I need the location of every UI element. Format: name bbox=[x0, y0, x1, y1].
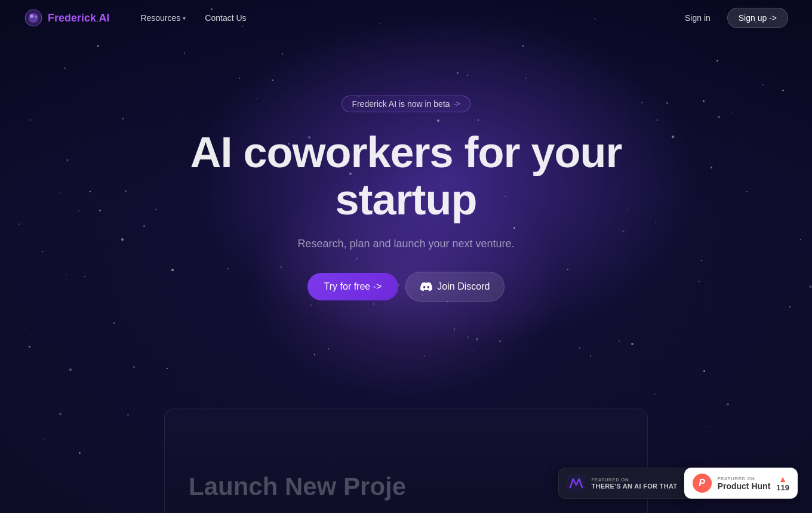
ph-featured-label: FEATURED ON bbox=[718, 476, 771, 481]
logo-icon bbox=[24, 8, 43, 27]
aiforthat-label: FEATURED ON bbox=[591, 477, 677, 483]
navbar: Frederick AI Resources ▾ Contact Us Sign… bbox=[0, 0, 812, 36]
aiforthat-badge[interactable]: FEATURED ON THERE'S AN AI FOR THAT › bbox=[558, 468, 695, 499]
navbar-left: Frederick AI Resources ▾ Contact Us bbox=[24, 8, 254, 27]
nav-resources[interactable]: Resources ▾ bbox=[133, 10, 193, 26]
navbar-right: Sign in Sign up -> bbox=[675, 8, 788, 28]
join-discord-button[interactable]: Join Discord bbox=[405, 272, 505, 302]
aiforthat-main: THERE'S AN AI FOR THAT bbox=[591, 483, 677, 490]
beta-badge-arrow: -> bbox=[454, 100, 460, 108]
beta-badge-text: Frederick AI is now in beta bbox=[352, 99, 450, 109]
chevron-down-icon: ▾ bbox=[183, 15, 186, 21]
aiforthat-text-area: FEATURED ON THERE'S AN AI FOR THAT bbox=[591, 477, 677, 490]
aiforthat-icon bbox=[567, 474, 585, 492]
svg-rect-3 bbox=[567, 474, 585, 492]
nav-links: Resources ▾ Contact Us bbox=[133, 10, 253, 26]
ph-main-label: Product Hunt bbox=[718, 481, 771, 491]
ph-icon: P bbox=[693, 474, 712, 493]
ph-upvote-arrow: ▲ bbox=[779, 475, 787, 483]
nav-contact[interactable]: Contact Us bbox=[198, 10, 253, 26]
try-for-free-button[interactable]: Try for free -> bbox=[307, 273, 399, 300]
hero-title: AI coworkers for your startup bbox=[190, 129, 622, 223]
discord-icon bbox=[420, 281, 432, 293]
ph-text-area: FEATURED ON Product Hunt bbox=[718, 476, 771, 491]
svg-point-1 bbox=[30, 14, 33, 18]
preview-text: Launch New Proje bbox=[189, 472, 406, 501]
hero-buttons: Try for free -> Join Discord bbox=[307, 272, 505, 302]
ph-count-area: ▲ 119 bbox=[776, 475, 789, 492]
svg-point-2 bbox=[35, 16, 37, 18]
signin-button[interactable]: Sign in bbox=[675, 8, 720, 27]
hero-section: Frederick AI is now in beta -> AI cowork… bbox=[0, 36, 812, 302]
signup-button[interactable]: Sign up -> bbox=[727, 8, 788, 28]
logo[interactable]: Frederick AI bbox=[24, 8, 109, 27]
product-hunt-badge[interactable]: P FEATURED ON Product Hunt ▲ 119 bbox=[684, 468, 798, 499]
beta-badge[interactable]: Frederick AI is now in beta -> bbox=[342, 96, 470, 112]
ph-count: 119 bbox=[776, 483, 789, 492]
hero-subtitle: Research, plan and launch your next vent… bbox=[297, 238, 514, 250]
logo-text: Frederick AI bbox=[48, 12, 109, 24]
